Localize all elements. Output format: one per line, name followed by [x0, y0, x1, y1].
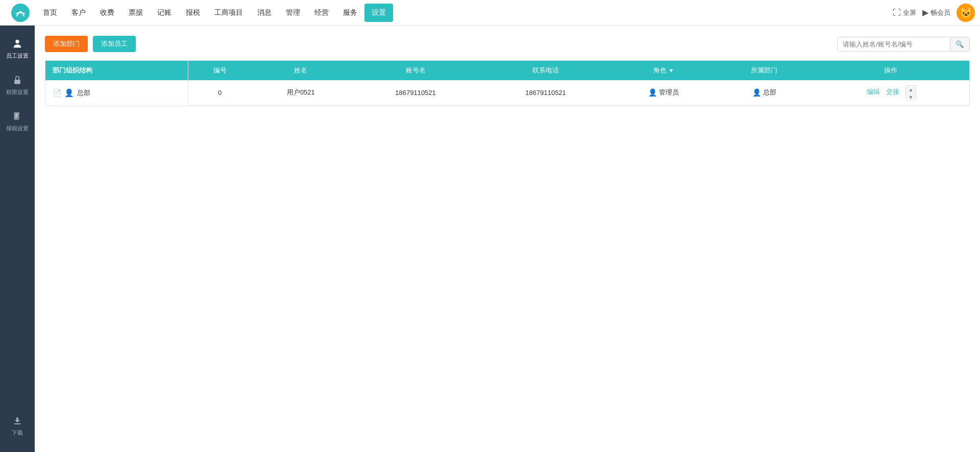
cell-name: 用户0521	[251, 80, 350, 105]
nav-item-管理[interactable]: 管理	[279, 0, 307, 26]
add-staff-button[interactable]: 添加员工	[93, 36, 136, 52]
svg-rect-4	[15, 114, 18, 114]
tree-item-general[interactable]: 📄 👤 总部	[53, 85, 181, 101]
svg-rect-5	[15, 115, 18, 116]
dept-user-icon: 👤	[64, 88, 74, 98]
add-dept-button[interactable]: 添加部门	[45, 36, 88, 52]
svg-rect-7	[14, 423, 20, 424]
role-icon: 👤	[648, 88, 657, 97]
nav-item-收费[interactable]: 收费	[93, 0, 121, 26]
handover-link[interactable]: 交接	[886, 88, 899, 96]
stepper-up[interactable]: ▲	[906, 86, 916, 93]
nav-item-设置[interactable]: 设置	[364, 4, 393, 22]
cell-role: 👤 管理员	[611, 80, 717, 105]
col-header-ops: 操作	[812, 61, 969, 80]
svg-point-1	[15, 40, 19, 43]
sidebar: 员工设置 权限设置 报税设置	[0, 26, 35, 452]
sidebar-item-permission[interactable]: 权限设置	[0, 67, 35, 103]
lock-icon	[11, 74, 23, 86]
nav-item-客户[interactable]: 客户	[64, 0, 93, 26]
cell-id: 0	[188, 80, 251, 105]
download-icon	[11, 415, 23, 427]
edit-link[interactable]: 编辑	[867, 88, 880, 96]
nav-item-记账[interactable]: 记账	[150, 0, 179, 26]
top-nav: 首页客户收费票据记账报税工商项目消息管理经营服务设置 ⛶ 全屏 ▶ 畅会员 🐱	[0, 0, 980, 26]
search-area: 🔍	[837, 37, 970, 52]
sidebar-item-download[interactable]: 下载	[0, 408, 35, 444]
nav-item-经营[interactable]: 经营	[307, 0, 336, 26]
col-header-id: 编号	[188, 61, 251, 80]
nav-items: 首页客户收费票据记账报税工商项目消息管理经营服务设置	[36, 0, 893, 26]
nav-right: ⛶ 全屏 ▶ 畅会员 🐱	[893, 4, 975, 22]
tree-header: 部门组织结构	[45, 61, 188, 80]
cell-account: 18679110521	[351, 80, 481, 105]
svg-rect-2	[14, 80, 20, 84]
main-panel: 部门组织结构 📄 👤 总部 编号 姓名	[45, 60, 970, 106]
vip-button[interactable]: ▶ 畅会员	[922, 8, 950, 17]
table-header-row: 编号 姓名 账号名 联系电话 角色 ▼ 所属部门 操作	[188, 61, 969, 80]
nav-item-报税[interactable]: 报税	[179, 0, 207, 26]
col-header-role: 角色 ▼	[611, 61, 717, 80]
cell-phone: 18679110521	[481, 80, 611, 105]
stepper-down[interactable]: ▼	[906, 93, 916, 101]
logo	[5, 4, 36, 22]
main-layout: 员工设置 权限设置 报税设置	[0, 26, 980, 452]
dept-name: 总部	[77, 88, 90, 98]
employee-table: 编号 姓名 账号名 联系电话 角色 ▼ 所属部门 操作	[188, 61, 969, 105]
person-icon	[11, 38, 23, 50]
search-input[interactable]	[838, 37, 950, 51]
search-button[interactable]: 🔍	[950, 37, 969, 51]
nav-item-首页[interactable]: 首页	[36, 0, 64, 26]
col-header-dept: 所属部门	[716, 61, 812, 80]
content-area: 添加部门 添加员工 🔍 部门组织结构 📄 👤 总部	[35, 26, 980, 452]
nav-item-工商项目[interactable]: 工商项目	[207, 0, 250, 26]
col-header-phone: 联系电话	[481, 61, 611, 80]
nav-item-票据[interactable]: 票据	[121, 0, 150, 26]
svg-rect-6	[15, 117, 17, 117]
sidebar-item-tax[interactable]: 报税设置	[0, 103, 35, 139]
cell-ops: 编辑 交接 ▲ ▼	[812, 80, 969, 105]
nav-item-服务[interactable]: 服务	[336, 0, 364, 26]
fullscreen-button[interactable]: ⛶ 全屏	[893, 8, 916, 17]
col-header-account: 账号名	[351, 61, 481, 80]
employee-table-container: 编号 姓名 账号名 联系电话 角色 ▼ 所属部门 操作	[188, 61, 969, 106]
sidebar-item-employee[interactable]: 员工设置	[0, 31, 35, 67]
file-icon: 📄	[53, 89, 61, 97]
avatar[interactable]: 🐱	[957, 4, 975, 22]
toolbar: 添加部门 添加员工 🔍	[45, 36, 970, 52]
tree-body: 📄 👤 总部	[45, 80, 188, 106]
dept-icon: 👤	[752, 88, 761, 97]
table-row: 0 用户0521 18679110521 18679110521 👤 管理员	[188, 80, 969, 105]
col-header-name: 姓名	[251, 61, 350, 80]
cell-dept: 👤 总部	[716, 80, 812, 105]
nav-item-消息[interactable]: 消息	[250, 0, 279, 26]
report-icon	[11, 110, 23, 123]
dept-tree: 部门组织结构 📄 👤 总部	[45, 61, 188, 106]
